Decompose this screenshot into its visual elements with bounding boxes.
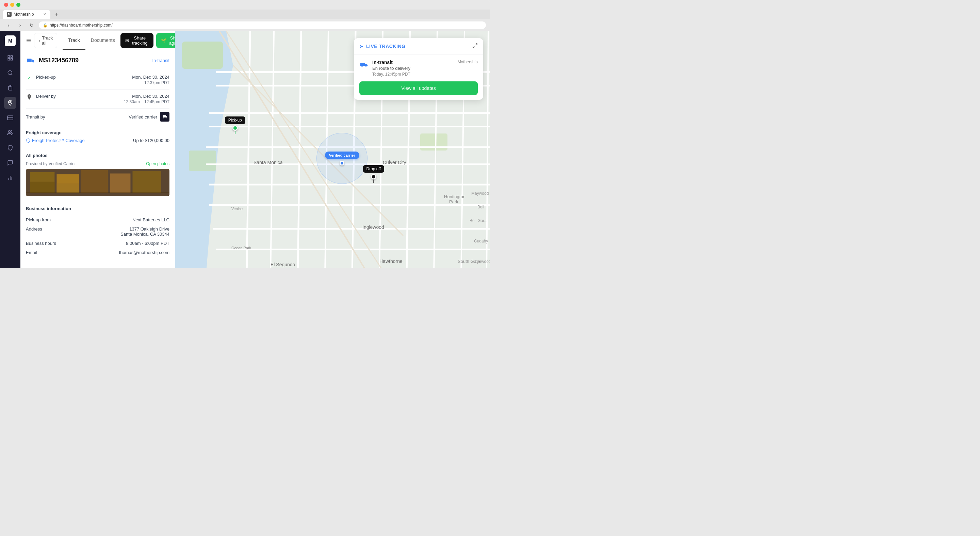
sidebar-item-users[interactable] (4, 127, 16, 139)
minimize-button[interactable] (10, 3, 14, 7)
app-logo: M (5, 35, 16, 46)
pickup-from-value: Next Batteries LLC (132, 217, 169, 222)
menu-button[interactable] (26, 35, 31, 46)
location-pin-icon (26, 94, 33, 100)
tab-track[interactable]: Track (63, 31, 85, 50)
freight-coverage-row: FreightProtect™ Coverage Up to $120,000.… (26, 138, 169, 143)
picked-up-date: Mon, Dec 30, 2024 (132, 75, 169, 80)
svg-rect-1 (11, 56, 13, 57)
ship-again-button[interactable]: 🌱 Ship again (156, 33, 175, 48)
reload-button[interactable]: ↻ (27, 21, 36, 30)
photo-image (26, 169, 169, 196)
pickup-dot (232, 125, 238, 131)
address-value: 1377 Oakleigh Drive Santa Monica, CA 303… (121, 227, 169, 237)
photos-header: All photos (26, 153, 169, 158)
address-bar[interactable]: 🔒 https://dashboard.mothership.com/ (39, 21, 486, 29)
sidebar-item-shipments[interactable] (4, 82, 16, 94)
sidebar-item-protection[interactable] (4, 142, 16, 154)
deliver-by-row: Deliver by Mon, Dec 30, 2024 12:30am – 1… (26, 89, 169, 108)
svg-rect-82 (360, 63, 365, 66)
business-info-title: Business information (26, 206, 169, 211)
carrier-dot (340, 161, 344, 166)
photo-thumbnail[interactable] (26, 169, 169, 196)
live-tracking-header: ➤ LIVE TRACKING (354, 38, 483, 55)
forward-navigation-button[interactable]: › (16, 21, 24, 30)
tracking-status-subtitle: En route to delivery (372, 66, 454, 71)
carrier-icon (160, 112, 169, 121)
svg-rect-29 (30, 182, 54, 193)
tracking-status-row: In-transit En route to delivery Today, 1… (360, 60, 478, 77)
dropoff-line-icon (373, 179, 374, 183)
maximize-button[interactable] (16, 3, 21, 7)
expand-button[interactable] (472, 43, 478, 50)
live-tracking-panel: ➤ LIVE TRACKING In-transit En r (354, 38, 483, 100)
map-area[interactable]: West Hollywood Beverly Hills Santa Monic… (175, 31, 490, 268)
email-row: Email thomas@mothership.com (26, 248, 169, 257)
picked-up-row: ✓ Picked-up Mon, Dec 30, 2024 12:37pm PD… (26, 70, 169, 89)
tab-close-button[interactable]: ✕ (43, 12, 46, 17)
address-row: Address 1377 Oakleigh Drive Santa Monica… (26, 224, 169, 239)
live-tracking-title-row: ➤ LIVE TRACKING (360, 44, 405, 49)
tracking-status-time: Today, 12:45pm PDT (372, 72, 454, 77)
sidebar-item-search[interactable] (4, 67, 16, 79)
freight-protect-link[interactable]: FreightProtect™ Coverage (26, 138, 85, 143)
browser-tab[interactable]: M Mothership ✕ (3, 10, 50, 19)
svg-text:Inglewood: Inglewood (363, 224, 384, 230)
live-tracking-title: LIVE TRACKING (366, 44, 405, 49)
svg-rect-34 (189, 150, 216, 171)
svg-rect-28 (132, 171, 161, 193)
share-icon: ✉ (125, 38, 129, 43)
pickup-label: Pick-up (225, 116, 245, 124)
svg-rect-2 (8, 59, 10, 60)
svg-rect-3 (11, 59, 13, 60)
tab-favicon: M (7, 12, 11, 17)
pickup-from-row: Pick-up from Next Batteries LLC (26, 215, 169, 224)
close-button[interactable] (4, 3, 8, 7)
open-photos-link[interactable]: Open photos (146, 161, 169, 166)
transit-by-label: Transit by (26, 115, 45, 120)
track-all-label: Track all (42, 35, 53, 46)
sidebar-item-messages[interactable] (4, 156, 16, 169)
svg-rect-33 (182, 41, 223, 69)
deliver-by-time: 12:30am – 12:45pm PDT (124, 99, 169, 104)
svg-point-19 (32, 62, 33, 63)
sidebar-item-billing[interactable] (4, 112, 16, 124)
dropoff-marker: Drop off (363, 165, 384, 183)
svg-text:Hawthorne: Hawthorne (379, 258, 402, 264)
svg-rect-0 (8, 56, 10, 57)
transit-by-row: Transit by Verified carrier (26, 108, 169, 125)
view-all-updates-button[interactable]: View all updates (360, 81, 478, 95)
svg-text:Culver City: Culver City (383, 160, 406, 165)
business-hours-label: Business hours (26, 241, 56, 246)
email-value: thomas@mothership.com (119, 250, 169, 255)
share-tracking-button[interactable]: ✉ Share tracking (121, 33, 153, 48)
back-navigation-button[interactable]: ‹ (4, 21, 13, 30)
navigation-arrow-icon: ➤ (360, 44, 363, 49)
verified-carrier-area: Verified carrier (315, 131, 369, 186)
verified-carrier-label: Verified carrier (325, 152, 360, 159)
transit-value: Verified carrier (129, 112, 169, 121)
shipment-header: MS123456789 In-transit (26, 56, 169, 65)
status-badge: In-transit (152, 58, 169, 63)
track-all-button[interactable]: ‹ Track all (34, 33, 57, 48)
pickup-line-icon (235, 131, 235, 134)
svg-text:Bell: Bell (477, 205, 484, 209)
sidebar-item-track[interactable] (4, 97, 16, 109)
ship-icon: 🌱 (161, 38, 166, 43)
email-label: Email (26, 250, 37, 255)
photos-title: All photos (26, 153, 48, 158)
tab-documents[interactable]: Documents (86, 31, 121, 50)
truck-icon (26, 56, 35, 65)
address-label: Address (26, 227, 42, 231)
svg-text:Santa Monica: Santa Monica (253, 160, 283, 165)
tracking-status-title: In-transit (372, 60, 454, 65)
tracking-status-info: In-transit En route to delivery Today, 1… (372, 60, 454, 77)
svg-point-83 (361, 66, 363, 67)
freight-amount: Up to $120,000.00 (133, 138, 169, 143)
sidebar-item-analytics[interactable] (4, 172, 16, 184)
sidebar-item-home[interactable] (4, 52, 16, 64)
picked-up-time: 12:37pm PDT (132, 80, 169, 85)
top-navigation: ‹ Track all Track Documents ✉ Share trac… (21, 31, 175, 50)
svg-text:Cudahy: Cudahy (474, 239, 488, 244)
new-tab-button[interactable]: + (52, 10, 61, 19)
